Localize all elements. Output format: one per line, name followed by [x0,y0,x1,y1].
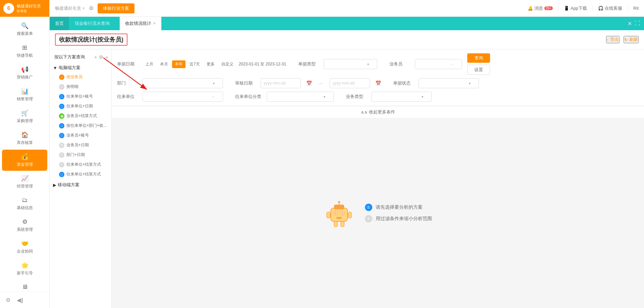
tab-receipt-stats-close[interactable]: × [153,21,156,26]
scheme-item-icon-ss: ▦ [59,113,64,119]
sidebar-item-marketing[interactable]: 📢 营销推广 [2,62,47,84]
dept-arrow: ▾ [213,82,215,85]
page-title: 收款情况统计(按业务员) [59,36,123,43]
date-tab-7days[interactable]: 近7天 [187,60,203,68]
sidebar-item-quicknav[interactable]: ⊞ 快捷导航 [2,41,47,62]
sidebar-item-system-label: 系统管理 [17,227,33,233]
inventory-icon: 🏠 [21,131,29,139]
dept-label: 部门 [117,80,137,86]
enterprise-icon: 🤝 [21,240,29,247]
filter-area: 单据日期 上月 本月 本年 近7天 更多 自定义 2023-01-01 至 20 [112,49,644,106]
sidebar-item-inventory[interactable]: 🏠 库存核算 [2,128,47,149]
date-tab-more[interactable]: 更多 [204,60,217,68]
settings-scheme-icon[interactable]: ⚙ [99,54,103,60]
sidebar-item-finance[interactable]: 💰 资金管理 [2,150,47,171]
finance-icon: 💰 [21,153,29,160]
filter-row-3: 往来单位 ··· 往来单位分类 ▾ 业务类型 [117,92,639,102]
scheme-item-partner-dept-recv[interactable]: □ 按往来单位+部门+收... [50,121,111,131]
filter-row-2: 部门 ▾ 审核日期 yyyy-mm-dd 📅 — yyyy-mm-dd [117,78,639,88]
topbar-scheme-button[interactable]: 体验行业方案 [98,3,135,13]
business-type-select[interactable]: ▾ [371,92,432,102]
sales-icon: 📊 [21,88,29,95]
tab-receipt-stats[interactable]: 收款情况统计 × [120,17,161,30]
refresh-button[interactable]: ↻ 刷新 [624,36,639,43]
sidebar-item-guide[interactable]: 🌟 新手引导 [2,258,47,279]
sidebar-item-search[interactable]: 🔍 搜索菜单 [2,19,47,40]
scheme-group-mobile-header[interactable]: ▶ 移动端方案 [50,181,111,189]
left-panel-header: 按以下方案查询 + ⚙ « [50,52,111,62]
review-date-to[interactable]: yyyy-mm-dd [330,78,370,88]
date-tab-group: 上月 本月 本年 近7天 更多 自定义 2023-01-01 至 2023-12… [143,60,286,68]
topbar-online-support[interactable]: 🎧 在线客服 [598,5,622,11]
sidebar-item-purchase[interactable]: 🛒 采购管理 [2,106,47,127]
sidebar-settings-btn[interactable]: ⚙ [3,295,13,305]
voucher-status-select[interactable]: ▾ [419,78,479,88]
scheme-item-detail[interactable]: ≡ 按明细 [50,82,111,92]
sidebar-item-hardware[interactable]: 🖥 智能硬件 [2,280,47,292]
sidebar-item-operations[interactable]: 📈 经营管理 [2,171,47,193]
group-collapse-icon: ▼ [53,65,57,70]
date-tab-custom[interactable]: 自定义 [219,60,236,68]
operations-icon: 📈 [21,175,29,182]
scheme-item-partner-settle1[interactable]: ≡ 往来单位+结算方式 [50,160,111,169]
scheme-item-icon-staff: ○ [59,74,64,80]
scheme-item-partner-settle2[interactable]: □ 往来单位+结算方式 [50,169,111,179]
counterpart-select[interactable]: ··· [143,92,223,102]
export-icon: ↑ [607,37,609,42]
page-header: 收款情况统计(按业务员) ↑ 导出 ↻ 刷新 [50,30,644,49]
tab-home[interactable]: 首页 [50,17,69,30]
scheme-item-staff-settlement[interactable]: ▦ 业务员+结算方式 [50,111,111,121]
add-scheme-icon[interactable]: + [94,54,97,60]
scheme-item-ss-label: 业务员+结算方式 [66,113,97,119]
scheme-item-staff-account[interactable]: □ 业务员+账号 [50,131,111,140]
topbar: 畅捷通好生意 ▾ ⚙ 体验行业方案 🔔 消息 99+ 📱 App下载 🎧 在线客… [50,0,644,17]
business-type-arrow: ▾ [422,95,423,99]
svg-rect-13 [334,221,337,227]
set-button[interactable]: 设置 [467,65,490,75]
scheme-item-staff-date[interactable]: ⚙ 业务员+日期 [50,140,111,150]
query-button[interactable]: 查询 [467,53,490,63]
sidebar-collapse-btn[interactable]: ◀‖ [15,295,25,305]
sidebar-item-system[interactable]: ⚙ 系统管理 [2,215,47,236]
sidebar-item-enterprise[interactable]: 🤝 企业协同 [2,237,47,258]
date-label: 单据日期 [117,61,137,67]
collapse-more-btn[interactable]: ∧∧ 收起更多条件 [112,106,644,118]
main-area: 畅捷通好生意 ▾ ⚙ 体验行业方案 🔔 消息 99+ 📱 App下载 🎧 在线客… [50,0,644,308]
date-tab-this-year[interactable]: 本年 [172,60,185,68]
scheme-item-by-staff[interactable]: ○ 按业务员 [50,72,111,82]
group-expand-icon: ▶ [53,183,56,188]
scheme-group-desktop-header[interactable]: ▼ 电脑端方案 [50,63,111,72]
scheme-item-partner-account[interactable]: □ 往来单位+账号 [50,92,111,101]
sidebar-item-finance-label: 资金管理 [17,162,33,167]
topbar-user[interactable]: Rit [633,6,639,11]
page: 收款情况统计(按业务员) ↑ 导出 ↻ 刷新 [50,30,644,308]
tabs-close-btn[interactable]: ✕ [628,20,632,27]
scheme-item-dept-date[interactable]: ⏱ 部门+日期 [50,150,111,160]
tab-bank-flow-close[interactable]: × [112,21,114,26]
tabs-fullscreen-btn[interactable]: ⛶ [635,20,640,27]
dept-select[interactable]: ▾ [143,78,223,88]
topbar-divider-3 [628,6,628,11]
topbar-divider-1 [558,6,558,11]
tabs-bar: 首页 现金银行流水查询 × 收款情况统计 × ✕ ⛶ [50,17,644,30]
page-header-actions: ↑ 导出 ↻ 刷新 [606,36,639,43]
sidebar-item-basicinfo[interactable]: 🗂 基础信息 [2,193,47,214]
counterpart-category-select[interactable]: ▾ [267,92,334,102]
topbar-settings-icon[interactable]: ⚙ [89,5,94,11]
voucher-type-select[interactable]: ▾ [324,59,377,69]
topbar-messages[interactable]: 🔔 消息 99+ [528,5,553,11]
tab-bank-flow[interactable]: 现金银行流水查询 × [69,17,120,30]
collapse-panel-icon[interactable]: « [105,54,108,60]
export-button[interactable]: ↑ 导出 [606,36,620,43]
counterpart-category-arrow: ▾ [324,95,325,99]
sidebar-item-quicknav-label: 快捷导航 [17,53,33,58]
sidebar-item-sales[interactable]: 📊 销售管理 [2,84,47,105]
date-tab-this-month[interactable]: 本月 [157,60,171,68]
review-date-from[interactable]: yyyy-mm-dd [261,78,301,88]
date-tab-last-month[interactable]: 上月 [143,60,156,68]
topbar-app-download[interactable]: 📱 App下载 [564,5,587,11]
staff-select[interactable]: ··· [415,59,462,69]
scheme-item-partner-date[interactable]: □ 往来单位+日期 [50,101,111,111]
sidebar-item-purchase-label: 采购管理 [17,118,33,124]
sidebar-item-guide-label: 新手引导 [17,270,33,276]
